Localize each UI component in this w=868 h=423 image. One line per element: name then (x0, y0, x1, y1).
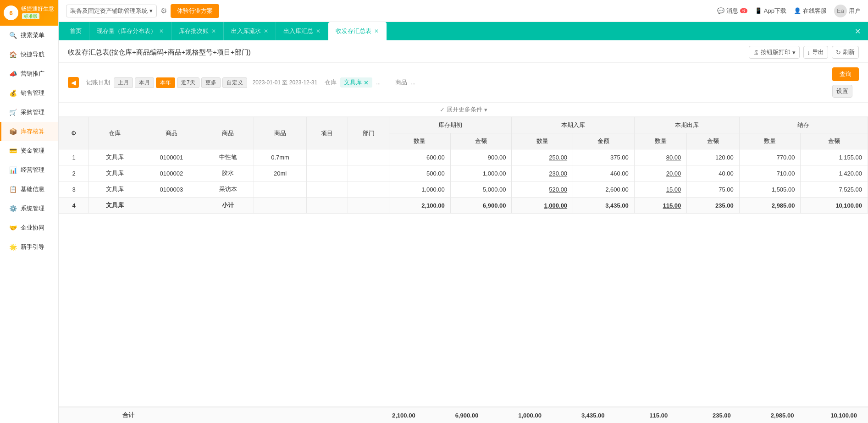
row-dept (348, 181, 389, 198)
sidebar-logo: 6 畅捷通好生意 标准版 (0, 0, 58, 26)
warehouse-more-button[interactable]: ... (376, 79, 381, 86)
bal-amt-header: 金额 (801, 133, 868, 149)
subtotal-in-qty[interactable]: 1,000.00 (512, 198, 573, 214)
refresh-button[interactable]: ↻ 刷新 (832, 46, 859, 59)
row-out-qty[interactable]: 15.00 (634, 181, 687, 198)
row-inv-qty: 500.00 (389, 165, 451, 181)
message-label: 消息 (726, 7, 738, 15)
warehouse-filter-label: 仓库 (325, 78, 337, 87)
sidebar-item-marketing[interactable]: 📣营销推广 (0, 64, 58, 83)
footer-left: 合计 (64, 411, 358, 419)
tab-首页[interactable]: 首页 (62, 22, 89, 40)
row-no: 2 (59, 165, 89, 181)
row-out-qty[interactable]: 20.00 (634, 165, 687, 181)
row-in-qty[interactable]: 520.00 (512, 181, 573, 198)
row-no: 3 (59, 181, 89, 198)
tab-出入库汇总[interactable]: 出入库汇总✕ (276, 22, 328, 40)
row-out-amt: 120.00 (687, 149, 740, 165)
tab-close-icon[interactable]: ✕ (159, 28, 164, 34)
inv-amt-header: 金额 (450, 133, 512, 149)
subtotal-out-qty[interactable]: 115.00 (634, 198, 687, 214)
expand-conditions-button[interactable]: ✓ 展开更多条件 ▾ (440, 105, 487, 114)
sidebar-label-marketing: 营销推广 (21, 70, 44, 78)
footer-row: 合计 2,100.00 6,900.00 1,000.00 3,435.00 1… (64, 411, 862, 419)
code-header: 商品 (141, 117, 202, 149)
sidebar-label-quick-nav: 快捷导航 (21, 50, 44, 59)
sidebar-item-inventory[interactable]: 📦库存核算 (0, 122, 58, 141)
row-in-qty[interactable]: 250.00 (512, 149, 573, 165)
system-select[interactable]: 装备及固定资产辅助管理系统 ▾ (66, 5, 157, 17)
footer-numbers: 2,100.00 6,900.00 1,000.00 3,435.00 115.… (358, 412, 862, 419)
row-code: 0100003 (141, 181, 202, 198)
user-action[interactable]: Ea 用户 (834, 5, 861, 17)
query-button[interactable]: 查询 (832, 67, 859, 81)
tab-close-icon[interactable]: ✕ (316, 28, 321, 34)
app-download-label: App下载 (764, 7, 786, 15)
warehouse-filter-group: 仓库 文具库 ✕ ... (325, 77, 381, 88)
quick-nav-icon: 🏠 (9, 51, 17, 58)
row-inv-amt: 5,000.00 (450, 181, 512, 198)
filter-toggle-button[interactable]: ◀ (68, 77, 79, 88)
date-btn-上月[interactable]: 上月 (114, 77, 133, 88)
page-actions: 🖨 按钮版打印 ▾ ↓ 导出 ↻ 刷新 (749, 46, 859, 59)
newbie-icon: 🌟 (9, 243, 17, 251)
date-btn-本年[interactable]: 本年 (156, 77, 175, 88)
tab-close-icon[interactable]: ✕ (211, 28, 216, 34)
date-btn-本月[interactable]: 本月 (135, 77, 154, 88)
print-chevron: ▾ (792, 49, 796, 56)
download-icon: 📱 (755, 7, 762, 14)
sidebar-item-search[interactable]: 🔍搜索菜单 (0, 26, 58, 45)
logo-icon: 6 (4, 5, 18, 20)
tab-label: 收发存汇总表 (336, 27, 371, 35)
row-in-qty[interactable]: 230.00 (512, 165, 573, 181)
warehouse-remove-icon[interactable]: ✕ (364, 79, 369, 86)
footer-out-qty: 115.00 (610, 412, 674, 419)
tab-现存量（库存分布表）[interactable]: 现存量（库存分布表）✕ (89, 22, 171, 40)
row-spec: 20ml (254, 165, 306, 181)
export-button[interactable]: ↓ 导出 (803, 46, 829, 59)
footer-inv-qty: 2,100.00 (358, 412, 421, 419)
row-spec: 0.7mm (254, 149, 306, 165)
message-action[interactable]: 💬 消息 6 (717, 7, 747, 15)
dropdown-icon: ▾ (149, 7, 153, 14)
settings-icon[interactable]: ⚙ (160, 6, 167, 15)
online-service-action[interactable]: 👤 在线客服 (794, 7, 827, 15)
bal-qty-header: 数量 (739, 133, 801, 149)
filter-settings-button[interactable]: 设置 (832, 85, 852, 98)
try-button[interactable]: 体验行业方案 (171, 4, 219, 18)
tab-出入库流水[interactable]: 出入库流水✕ (224, 22, 276, 40)
inventory-start-header: 库存期初 (389, 117, 512, 133)
date-btn-更多[interactable]: 更多 (201, 77, 221, 88)
app-download-action[interactable]: 📱 App下载 (755, 7, 786, 15)
sidebar-item-sales[interactable]: 💰销售管理 (0, 83, 58, 103)
row-inv-qty: 600.00 (389, 149, 451, 165)
tab-库存批次账[interactable]: 库存批次账✕ (171, 22, 224, 40)
sidebar-item-purchase[interactable]: 🛒采购管理 (0, 103, 58, 122)
sidebar-item-base-info[interactable]: 📋基础信息 (0, 180, 58, 199)
tab-close-icon[interactable]: ✕ (374, 28, 379, 34)
date-btn-自定义[interactable]: 自定义 (222, 77, 247, 88)
tab-bar-close[interactable]: ✕ (851, 27, 864, 36)
subtotal-name-placeholder (141, 198, 202, 214)
sidebar-item-finance[interactable]: 💳资金管理 (0, 141, 58, 160)
goods-more-button[interactable]: ... (411, 79, 415, 86)
sidebar-item-collab[interactable]: 🤝企业协同 (0, 218, 58, 237)
inventory-icon: 📦 (9, 128, 17, 135)
tab-收发存汇总表[interactable]: 收发存汇总表✕ (328, 22, 387, 40)
period-in-header: 本期入库 (512, 117, 634, 133)
settings-gear-header[interactable]: ⚙ (59, 117, 89, 149)
online-service-label: 在线客服 (803, 7, 827, 15)
sidebar-item-system[interactable]: ⚙️系统管理 (0, 199, 58, 218)
sidebar-item-quick-nav[interactable]: 🏠快捷导航 (0, 45, 58, 64)
sidebar-item-operations[interactable]: 📊经营管理 (0, 160, 58, 180)
tab-close-icon[interactable]: ✕ (264, 28, 268, 34)
tab-label: 首页 (70, 27, 82, 35)
print-button[interactable]: 🖨 按钮版打印 ▾ (749, 46, 800, 59)
avatar-text: Ea (837, 7, 844, 14)
sidebar-item-newbie[interactable]: 🌟新手引导 (0, 237, 58, 257)
date-btn-近7天[interactable]: 近7天 (177, 77, 199, 88)
sidebar-label-collab: 企业协同 (21, 224, 44, 232)
row-project (306, 181, 348, 198)
refresh-label: 刷新 (843, 48, 855, 56)
row-out-qty[interactable]: 80.00 (634, 149, 687, 165)
